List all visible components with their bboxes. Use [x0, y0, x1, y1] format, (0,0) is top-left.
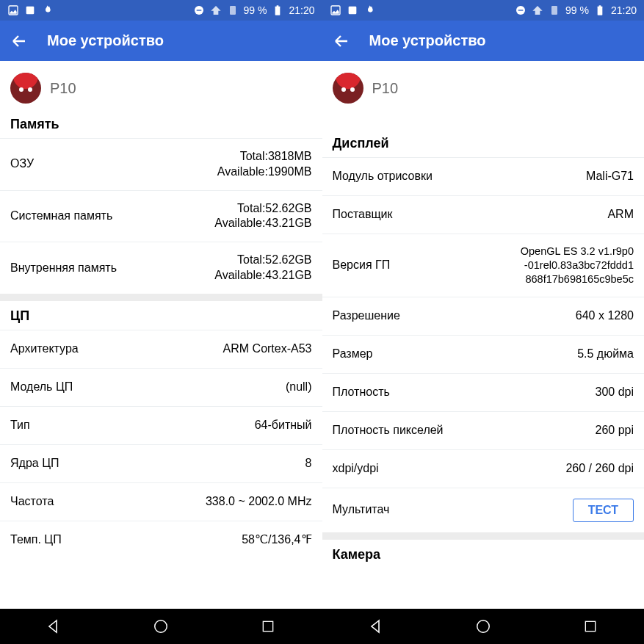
value-arch: ARM Cortex-A53 — [223, 341, 312, 357]
label-type: Тип — [10, 418, 30, 433]
row-vendor[interactable]: Поставщик ARM — [322, 195, 645, 234]
row-ram[interactable]: ОЗУ Total:3818MB Available:1990MB — [0, 138, 322, 190]
svg-rect-13 — [551, 6, 557, 15]
wifi-icon — [210, 4, 222, 16]
content-left[interactable]: Память ОЗУ Total:3818MB Available:1990MB… — [0, 115, 322, 609]
device-header: P10 — [322, 61, 645, 115]
svg-rect-3 — [196, 10, 201, 10]
row-render[interactable]: Модуль отрисовки Mali-G71 — [322, 157, 645, 195]
app-bar: Мое устройство — [0, 21, 322, 61]
svg-rect-10 — [348, 7, 356, 15]
page-title: Мое устройство — [369, 32, 486, 49]
label-arch: Архитектура — [10, 341, 79, 357]
value-type: 64-битный — [255, 418, 312, 433]
row-type[interactable]: Тип 64-битный — [0, 406, 322, 444]
back-icon[interactable] — [10, 32, 28, 50]
row-xydpi[interactable]: xdpi/ydpi 260 / 260 dpi — [322, 449, 645, 488]
device-header: P10 — [0, 61, 322, 115]
section-camera: Камера — [322, 540, 645, 568]
value-sysmem: Total:52.62GB Available:43.21GB — [214, 201, 311, 232]
svg-point-7 — [155, 621, 167, 633]
nav-back[interactable] — [44, 617, 63, 636]
row-gpver[interactable]: Версия ГП OpenGL ES 3.2 v1.r9p0 -01rel0.… — [322, 234, 645, 297]
svg-rect-1 — [26, 7, 35, 15]
svg-rect-12 — [518, 10, 524, 10]
dnd-icon — [515, 4, 527, 16]
nav-recent[interactable] — [258, 617, 278, 636]
svg-rect-6 — [277, 5, 279, 7]
label-cpumodel: Модель ЦП — [10, 380, 73, 395]
test-button[interactable]: ТЕСТ — [573, 499, 634, 522]
section-cpu: ЦП — [0, 301, 322, 330]
value-intmem: Total:52.62GB Available:43.21GB — [214, 253, 311, 283]
sim-icon — [227, 4, 239, 16]
label-sysmem: Системная память — [10, 209, 112, 224]
value-gpver: OpenGL ES 3.2 v1.r9p0 -01rel0.83a3bc72fd… — [521, 245, 634, 286]
back-icon[interactable] — [333, 32, 350, 50]
nav-home[interactable] — [151, 617, 170, 636]
row-intmem[interactable]: Внутренняя память Total:52.62GB Availabl… — [0, 242, 322, 294]
value-ram: Total:3818MB Available:1990MB — [217, 149, 312, 180]
status-bar: 99 % 21:20 — [322, 0, 645, 21]
nav-back[interactable] — [366, 617, 386, 636]
row-density[interactable]: Плотность 300 dpi — [322, 373, 645, 411]
image-icon — [7, 4, 19, 16]
label-multitouch: Мультитач — [333, 502, 390, 518]
svg-rect-5 — [275, 7, 281, 15]
label-cores: Ядра ЦП — [10, 456, 59, 471]
row-sysmem[interactable]: Системная память Total:52.62GB Available… — [0, 190, 322, 242]
row-arch[interactable]: Архитектура ARM Cortex-A53 — [0, 330, 322, 368]
divider — [0, 294, 322, 301]
nav-home[interactable] — [474, 617, 493, 636]
page-title: Мое устройство — [47, 32, 164, 49]
screen-left: 99 % 21:20 Мое устройство P10 Память ОЗУ… — [0, 0, 322, 644]
row-cores[interactable]: Ядра ЦП 8 — [0, 444, 322, 482]
nav-recent[interactable] — [581, 617, 600, 636]
nav-bar — [0, 609, 322, 644]
label-resolution: Разрешение — [333, 308, 400, 324]
value-cores: 8 — [305, 456, 312, 471]
row-resolution[interactable]: Разрешение 640 x 1280 — [322, 297, 645, 335]
content-right[interactable]: Дисплей Модуль отрисовки Mali-G71 Постав… — [322, 115, 645, 609]
value-density: 300 dpi — [596, 385, 634, 400]
divider — [322, 532, 645, 540]
screen-right: 99 % 21:20 Мое устройство P10 Дисплей Мо… — [322, 0, 645, 644]
status-bar: 99 % 21:20 — [0, 0, 322, 21]
nav-bar — [322, 609, 645, 644]
row-freq[interactable]: Частота 338.0 ~ 2002.0 MHz — [0, 482, 322, 521]
row-temp[interactable]: Темп. ЦП 58℃/136,4℉ — [0, 521, 322, 559]
battery-percent: 99 % — [244, 4, 267, 16]
row-size[interactable]: Размер 5.5 дюйма — [322, 335, 645, 373]
wifi-icon — [532, 4, 543, 16]
value-size: 5.5 дюйма — [577, 347, 634, 362]
svg-rect-17 — [585, 621, 595, 631]
clock: 21:20 — [611, 4, 637, 16]
value-freq: 338.0 ~ 2002.0 MHz — [206, 494, 312, 510]
status-left-icons — [330, 4, 375, 16]
label-temp: Темп. ЦП — [10, 532, 62, 548]
card-icon — [24, 4, 36, 16]
row-cpumodel[interactable]: Модель ЦП (null) — [0, 368, 322, 406]
label-freq: Частота — [10, 494, 54, 510]
antutu-icon — [333, 73, 363, 104]
svg-rect-4 — [230, 6, 236, 15]
app-bar: Мое устройство — [322, 21, 645, 61]
status-left-icons — [7, 4, 53, 16]
section-display: Дисплей — [322, 129, 645, 157]
sim-icon — [549, 4, 560, 16]
device-name: P10 — [50, 80, 76, 97]
value-xydpi: 260 / 260 dpi — [565, 461, 634, 477]
row-pxdensity[interactable]: Плотность пикселей 260 ppi — [322, 411, 645, 449]
image-icon — [330, 4, 341, 16]
row-multitouch[interactable]: Мультитач ТЕСТ — [322, 488, 645, 532]
value-cpumodel: (null) — [286, 380, 312, 395]
label-xydpi: xdpi/ydpi — [333, 461, 379, 477]
svg-rect-14 — [598, 7, 603, 15]
label-density: Плотность — [333, 385, 390, 400]
battery-icon — [594, 4, 606, 16]
flame-icon — [363, 4, 375, 16]
label-ram: ОЗУ — [10, 156, 34, 172]
svg-rect-8 — [264, 621, 273, 631]
label-pxdensity: Плотность пикселей — [333, 423, 444, 438]
value-resolution: 640 x 1280 — [576, 308, 634, 324]
